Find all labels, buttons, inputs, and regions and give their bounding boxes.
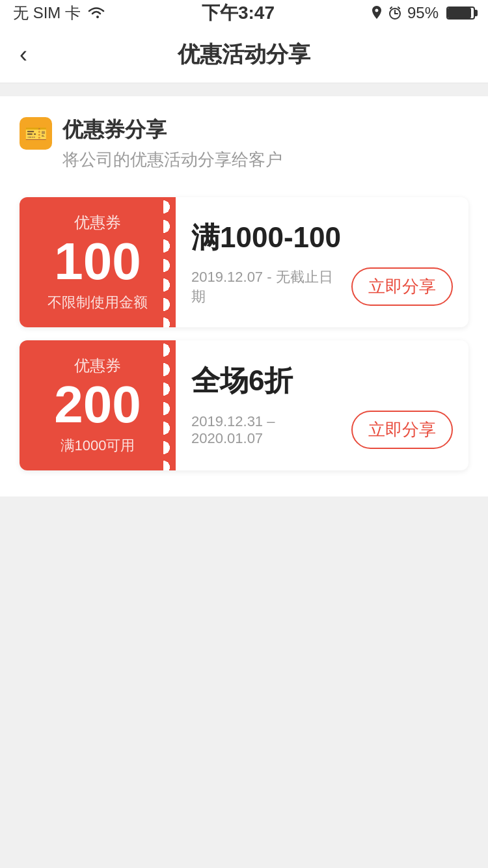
coupon-right-0: 满1000-100 2019.12.07 - 无截止日期 立即分享 <box>176 197 468 327</box>
status-right: 95% <box>371 4 475 22</box>
status-bar: 无 SIM 卡 下午3:47 95% <box>0 0 488 26</box>
location-icon <box>371 6 383 20</box>
back-button[interactable]: ‹ <box>20 43 27 66</box>
coupon-amount-1: 200 <box>54 379 141 431</box>
battery-icon <box>446 7 475 20</box>
coupon-condition-1: 满1000可用 <box>54 436 142 455</box>
coupon-date-1: 2019.12.31 – 2020.01.07 <box>191 413 345 447</box>
coupon-amount-0: 100 <box>54 236 141 288</box>
status-left: 无 SIM 卡 <box>13 3 105 23</box>
coupon-label-0: 优惠券 <box>74 212 121 233</box>
coupon-right-1: 全场6折 2019.12.31 – 2020.01.07 立即分享 <box>176 340 468 470</box>
coupon-name-1: 全场6折 <box>191 362 453 400</box>
coupon-condition-0: 不限制使用金额 <box>41 293 154 312</box>
coupon-date-0: 2019.12.07 - 无截止日期 <box>191 267 345 306</box>
coupon-name-0: 满1000-100 <box>191 219 453 257</box>
nav-bar: ‹ 优惠活动分享 <box>0 26 488 83</box>
empty-area <box>0 496 488 868</box>
svg-line-3 <box>390 7 392 8</box>
nav-title: 优惠活动分享 <box>178 40 310 70</box>
svg-line-4 <box>398 7 400 8</box>
coupon-left-0: 优惠券 100 不限制使用金额 <box>20 197 176 327</box>
coupon-label-1: 优惠券 <box>74 355 121 376</box>
coupon-list-container: 🎫 优惠券分享 将公司的优惠活动分享给客户 优惠券 100 不限制使用金额 满1… <box>0 96 488 496</box>
share-button-1[interactable]: 立即分享 <box>351 411 453 449</box>
wifi-icon <box>87 7 105 20</box>
coupon-left-1: 优惠券 200 满1000可用 <box>20 340 176 470</box>
section-header: 🎫 优惠券分享 将公司的优惠活动分享给客户 <box>0 96 488 184</box>
coupon-item-1: 优惠券 200 满1000可用 全场6折 2019.12.31 – 2020.0… <box>20 340 468 470</box>
section-icon: 🎫 <box>20 117 52 150</box>
status-time: 下午3:47 <box>202 1 275 25</box>
coupon-item-0: 优惠券 100 不限制使用金额 满1000-100 2019.12.07 - 无… <box>20 197 468 327</box>
share-button-0[interactable]: 立即分享 <box>351 267 453 306</box>
carrier-text: 无 SIM 卡 <box>13 3 81 23</box>
coupon-bottom-row-1: 2019.12.31 – 2020.01.07 立即分享 <box>191 411 453 449</box>
battery-percent: 95% <box>407 4 439 22</box>
section-divider <box>0 83 488 96</box>
section-title: 优惠券分享 <box>62 116 282 144</box>
coupon-bottom-row-0: 2019.12.07 - 无截止日期 立即分享 <box>191 267 453 306</box>
section-text: 优惠券分享 将公司的优惠活动分享给客户 <box>62 116 282 171</box>
alarm-icon <box>388 6 402 20</box>
section-subtitle: 将公司的优惠活动分享给客户 <box>62 148 282 171</box>
